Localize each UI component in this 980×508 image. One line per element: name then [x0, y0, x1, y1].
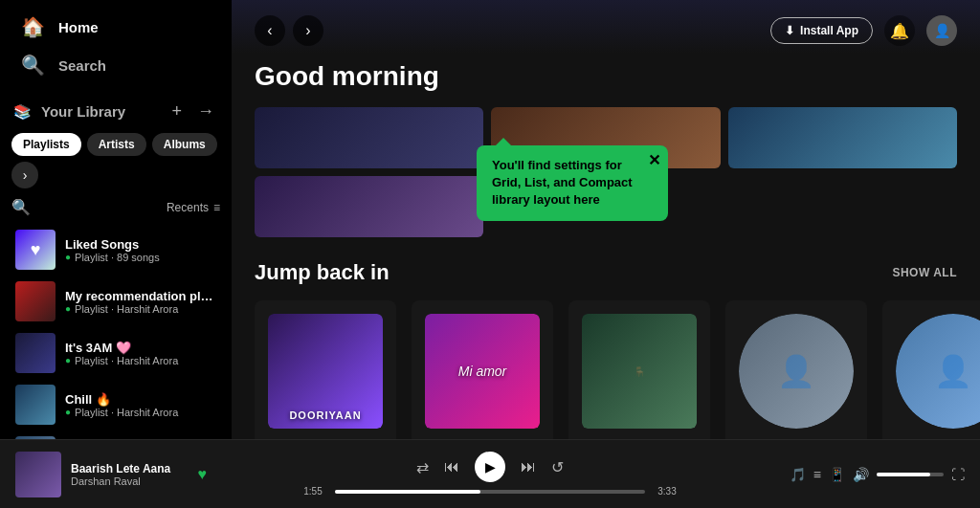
- play-pause-button[interactable]: ▶: [475, 452, 505, 482]
- tooltip-text: You'll find settings for Grid, List, and…: [492, 158, 633, 207]
- jump-back-section-header: Jump back in Show all: [232, 260, 980, 300]
- featured-card[interactable]: It's 3AM 🩷: [255, 107, 483, 168]
- library-actions: + →: [167, 99, 218, 123]
- back-button[interactable]: ‹: [255, 15, 285, 46]
- recents-label: Recents: [167, 201, 209, 214]
- sidebar-item-home[interactable]: 🏠 Home: [11, 8, 220, 46]
- playlist-name: My recommendation playlist: [65, 289, 216, 303]
- home-icon: 🏠: [21, 15, 45, 38]
- forward-button[interactable]: ›: [293, 15, 323, 46]
- progress-fill: [335, 490, 480, 494]
- filter-artists[interactable]: Artists: [87, 133, 146, 156]
- library-label: Your Library: [41, 103, 125, 120]
- bell-icon: 🔔: [890, 22, 909, 40]
- list-item[interactable]: ♥ Liked Songs ● Playlist · 89 songs: [4, 224, 228, 276]
- search-icon: 🔍: [21, 54, 45, 77]
- sidebar-top-nav: 🏠 Home 🔍 Search: [0, 0, 232, 92]
- player-controls: ⇄ ⏮ ▶ ⏭ ↺: [416, 452, 564, 482]
- list-item[interactable]: My recommendation playlist ● Playlist · …: [4, 276, 228, 327]
- green-dot: ●: [65, 355, 71, 365]
- sidebar-item-search[interactable]: 🔍 Search: [11, 46, 220, 84]
- total-time: 3:33: [653, 486, 681, 497]
- sidebar: 🏠 Home 🔍 Search 📚 Your Library + → Playl…: [0, 0, 232, 439]
- music-card-thumb: 👤: [739, 314, 854, 429]
- nav-arrows: ‹ ›: [255, 15, 323, 46]
- avatar-image: 👤: [934, 23, 950, 38]
- volume-slider[interactable]: [877, 473, 944, 476]
- music-card-thumb: Mi amor: [425, 314, 540, 429]
- rec-thumb: [15, 281, 56, 321]
- add-library-button[interactable]: +: [167, 99, 186, 123]
- player-bar: Baarish Lete Aana Darshan Raval ♥ ⇄ ⏮ ▶ …: [0, 439, 980, 508]
- user-avatar[interactable]: 👤: [926, 15, 957, 46]
- player-center: ⇄ ⏮ ▶ ⏭ ↺ 1:55 3:33: [214, 452, 766, 497]
- volume-button[interactable]: 🔊: [853, 467, 869, 482]
- progress-track[interactable]: [335, 490, 645, 494]
- music-card[interactable]: 🪑 FAR FROM OVER KR$NA: [568, 300, 710, 439]
- 3am-thumb: [15, 333, 56, 373]
- playlist-info: Liked Songs ● Playlist · 89 songs: [65, 237, 216, 263]
- featured-card-thumb: [255, 107, 483, 168]
- library-header: 📚 Your Library + →: [0, 92, 232, 127]
- featured-card[interactable]: Shayad Woh Sune: [255, 176, 483, 237]
- volume-fill: [877, 473, 930, 476]
- main-content: ‹ › ⬇ Install App 🔔 👤 Good morning: [232, 0, 980, 439]
- like-button[interactable]: ♥: [198, 466, 208, 483]
- download-icon: ⬇: [785, 24, 794, 37]
- filter-playlists[interactable]: Playlists: [11, 133, 81, 156]
- playlist-info: It's 3AM 🩷 ● Playlist · Harshit Arora: [65, 341, 216, 366]
- fullscreen-button[interactable]: ⛶: [951, 467, 965, 482]
- show-all-button[interactable]: Show all: [892, 266, 957, 279]
- notifications-button[interactable]: 🔔: [884, 15, 915, 46]
- green-dot: ●: [65, 252, 71, 262]
- liked-songs-thumb: ♥: [15, 230, 56, 270]
- expand-library-button[interactable]: →: [193, 99, 218, 123]
- tooltip-close-button[interactable]: ✕: [648, 151, 660, 169]
- player-left: Baarish Lete Aana Darshan Raval ♥: [15, 452, 207, 497]
- featured-card-thumb: [255, 176, 483, 237]
- cards-row: DOORIYAAN Dooriyaan Uraan Mi amor Mi Amo…: [232, 300, 980, 439]
- list-item[interactable]: Iøve? Playlist · Rittvikk: [4, 431, 228, 439]
- chill-thumb: [15, 385, 56, 425]
- music-card[interactable]: DOORIYAAN Dooriyaan Uraan: [255, 300, 396, 439]
- green-dot: ●: [65, 303, 71, 314]
- repeat-button[interactable]: ↺: [551, 458, 564, 476]
- playlist-sub: ● Playlist · Harshit Arora: [65, 407, 216, 418]
- music-card[interactable]: 👤 Taimour Baig Artist: [882, 300, 980, 439]
- shuffle-button[interactable]: ⇄: [416, 458, 429, 476]
- music-card-thumb: 👤: [896, 314, 980, 429]
- playlist-name: Liked Songs: [65, 237, 216, 252]
- previous-button[interactable]: ⏮: [444, 458, 459, 475]
- music-card[interactable]: Mi amor Mi Amor Sharn, 40k, The Paul: [412, 300, 553, 439]
- greeting: Good morning: [232, 54, 980, 107]
- featured-card[interactable]: Chill 🔥: [728, 107, 957, 168]
- music-card[interactable]: 👤 Azooz Artist: [725, 300, 867, 439]
- list-item[interactable]: Chill 🔥 ● Playlist · Harshit Arora: [4, 379, 228, 431]
- playlist-name: It's 3AM 🩷: [65, 341, 216, 355]
- top-bar: ‹ › ⬇ Install App 🔔 👤: [232, 0, 980, 54]
- playlist-sub: ● Playlist · 89 songs: [65, 252, 216, 263]
- playlist-sub: ● Playlist · Harshit Arora: [65, 355, 216, 366]
- devices-button[interactable]: 📱: [829, 467, 845, 482]
- tooltip-box: ✕ You'll find settings for Grid, List, a…: [477, 145, 668, 221]
- current-time: 1:55: [299, 486, 327, 497]
- lyrics-button[interactable]: 🎵: [790, 467, 806, 482]
- list-item[interactable]: It's 3AM 🩷 ● Playlist · Harshit Arora: [4, 327, 228, 379]
- music-card-thumb: DOORIYAAN: [268, 314, 383, 429]
- library-title[interactable]: 📚 Your Library: [13, 103, 125, 121]
- filter-more-button[interactable]: ›: [11, 162, 38, 188]
- library-search-icon[interactable]: 🔍: [11, 198, 31, 216]
- install-app-button[interactable]: ⬇ Install App: [770, 17, 873, 44]
- filter-albums[interactable]: Albums: [152, 133, 217, 156]
- featured-card-thumb: [728, 107, 957, 168]
- recents-sort[interactable]: Recents ≡: [167, 201, 220, 214]
- player-track-info: Baarish Lete Aana Darshan Raval: [71, 462, 189, 487]
- sidebar-home-label: Home: [58, 19, 99, 35]
- section-title: Jump back in: [255, 260, 390, 285]
- playlist-sub: ● Playlist · Harshit Arora: [65, 303, 216, 315]
- queue-button[interactable]: ≡: [813, 467, 821, 482]
- player-thumb: [15, 452, 61, 497]
- next-button[interactable]: ⏭: [521, 458, 536, 475]
- search-sort-bar: 🔍 Recents ≡: [0, 194, 232, 220]
- playlist-info: My recommendation playlist ● Playlist · …: [65, 289, 216, 315]
